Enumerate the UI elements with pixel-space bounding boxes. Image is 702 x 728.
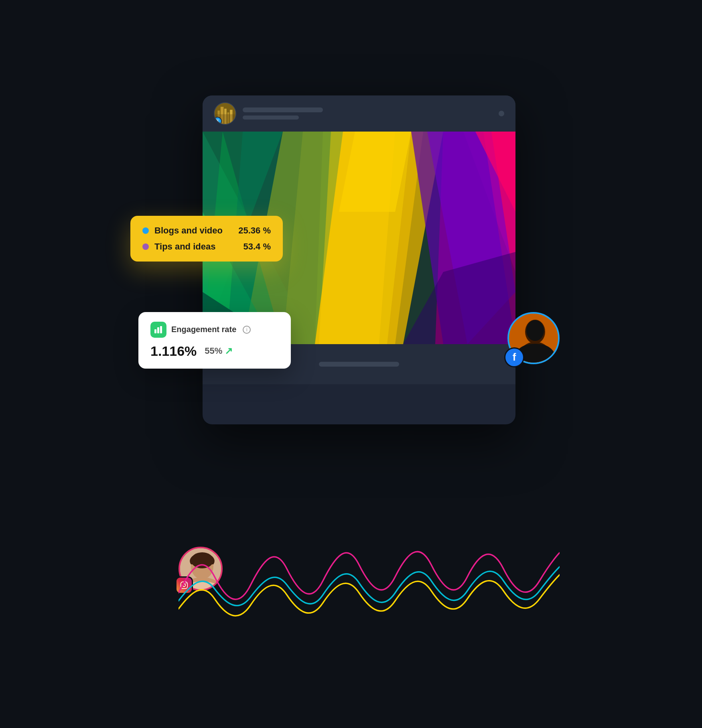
wave-chart-area (179, 521, 560, 633)
engagement-big-value: 1.116% (150, 343, 197, 359)
engagement-title: Engagement rate (171, 325, 236, 334)
svg-rect-25 (154, 329, 156, 333)
blogs-value: 25.36 % (238, 225, 271, 236)
twitter-badge: 𝕏 (214, 117, 222, 125)
chart-icon-box (150, 322, 166, 338)
blogs-label: Blogs and video (154, 225, 233, 236)
tips-label: Tips and ideas (154, 241, 238, 252)
bar-chart-icon (154, 325, 163, 334)
engagement-values: 1.116% 55% ↗ (150, 343, 279, 359)
change-value: 55% (205, 346, 222, 356)
wave-chart-svg (179, 521, 560, 633)
svg-rect-27 (160, 326, 162, 333)
stats-card: Blogs and video 25.36 % Tips and ideas 5… (130, 216, 283, 262)
main-scene: 𝕏 (130, 63, 572, 665)
header-dot (499, 111, 504, 116)
engagement-header: Engagement rate i (150, 322, 279, 338)
stats-row-tips: Tips and ideas 53.4 % (142, 241, 271, 252)
twitter-avatar-container: 𝕏 (214, 102, 236, 125)
header-line-2 (243, 116, 299, 120)
facebook-profile-container: f (507, 312, 560, 364)
facebook-badge: f (504, 347, 524, 367)
stats-row-blogs: Blogs and video 25.36 % (142, 225, 271, 236)
info-icon: i (243, 326, 251, 334)
header-lines (243, 107, 492, 120)
percent-change: 55% ↗ (205, 345, 233, 357)
dot-blue-blogs (142, 227, 149, 234)
svg-point-32 (526, 320, 544, 341)
browser-header: 𝕏 (203, 95, 515, 132)
dot-purple-tips (142, 243, 149, 250)
tips-value: 53.4 % (243, 241, 271, 252)
engagement-card: Engagement rate i 1.116% 55% ↗ (138, 312, 291, 369)
pink-wave (179, 552, 560, 599)
bottom-bar-line (319, 362, 399, 367)
header-line-1 (243, 107, 323, 112)
arrow-up-icon: ↗ (225, 345, 233, 357)
svg-rect-26 (157, 327, 159, 333)
